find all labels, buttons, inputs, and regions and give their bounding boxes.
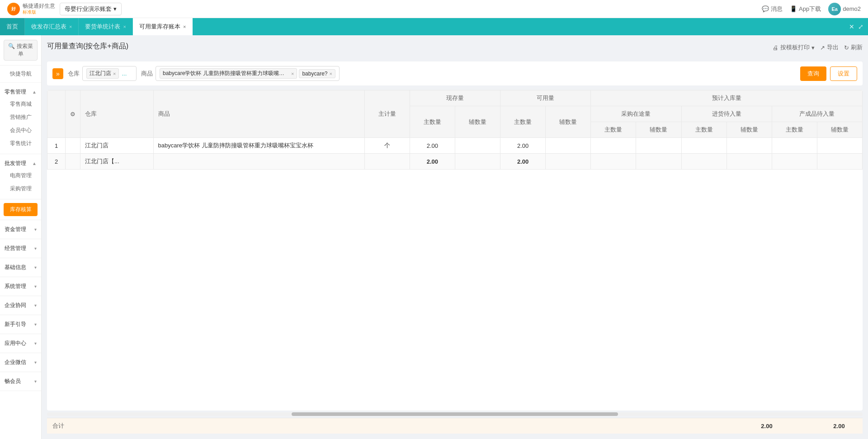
sidebar-section-basics-header[interactable]: 基础信息 ▾ <box>4 262 38 273</box>
filter-actions: 查询 设置 <box>800 66 857 81</box>
query-button[interactable]: 查询 <box>800 66 826 81</box>
close-tab-order-stats[interactable]: × <box>123 24 126 29</box>
row2-num: 2 <box>47 154 66 170</box>
sidebar-section-member: 畅会员 ▾ <box>0 372 41 391</box>
search-menu-btn[interactable]: 🔍 搜索菜单 <box>4 40 38 61</box>
row2-settings <box>66 154 80 170</box>
remove-product-tag1[interactable]: × <box>291 71 294 76</box>
header-right: 💬 消息 📱 App下载 Ea demo2 <box>762 3 861 15</box>
data-table: ⚙ 仓库 商品 主计量 现存量 可用量 预计入库量 主数量 辅数量 主数量 <box>47 90 863 170</box>
sidebar-item-ecommerce[interactable]: 电商管理 <box>4 169 38 182</box>
row2-avail-main: 2.00 <box>500 154 546 170</box>
sidebar-item-marketing[interactable]: 营销推广 <box>4 111 38 124</box>
search-icon: 🔍 <box>8 43 15 49</box>
expand-tabs-btn[interactable]: ⤢ <box>858 23 863 30</box>
data-table-wrap: ⚙ 仓库 商品 主计量 现存量 可用量 预计入库量 主数量 辅数量 主数量 <box>47 90 863 411</box>
row2-inbound-aux <box>726 154 772 170</box>
row1-mfg-main <box>772 138 817 154</box>
filter-bar: » 仓库 江北门店 × ... 商品 <box>47 61 863 85</box>
close-all-tabs-btn[interactable]: ✕ <box>849 23 854 30</box>
export-btn[interactable]: ↗ 导出 <box>820 43 839 52</box>
scroll-thumb[interactable] <box>292 412 618 416</box>
double-arrow-icon: » <box>56 70 60 77</box>
row2-mfg-aux <box>817 154 862 170</box>
product-input[interactable]: babycare学饮杯 儿童防摔防撞吸管杯重力球吸嘴杯宝宝水杯 × babyca… <box>156 66 340 81</box>
chevron-down-icon-finance: ▾ <box>34 227 37 232</box>
row2-stock-aux <box>455 154 500 170</box>
table-row: 1 江北门店 babycare学饮杯 儿童防摔防撞吸管杯重力球吸嘴杯宝宝水杯 个… <box>47 138 863 154</box>
chevron-down-icon: ▾ <box>113 5 117 12</box>
tab-home[interactable]: 首页 <box>0 18 25 35</box>
col-header-mfg-pending: 产成品待入量 <box>772 106 862 122</box>
row2-avail-aux <box>546 154 591 170</box>
tab-order-stats[interactable]: 要货单统计表 × <box>79 18 132 35</box>
filter-toggle-btn[interactable]: » <box>52 68 63 79</box>
sidebar-section-system-header[interactable]: 系统管理 ▾ <box>4 281 38 292</box>
sidebar-section-finance: 资金管理 ▾ <box>0 220 41 239</box>
row1-mfg-aux <box>817 138 862 154</box>
sidebar-section-finance-header[interactable]: 资金管理 ▾ <box>4 224 38 235</box>
col-header-current-stock: 现存量 <box>410 90 500 106</box>
close-tab-summary[interactable]: × <box>69 24 72 29</box>
sidebar-item-procurement[interactable]: 采购管理 <box>4 182 38 195</box>
more-warehouse-btn[interactable]: ... <box>122 70 127 77</box>
row2-purchase-main <box>591 154 636 170</box>
tab-available-stock[interactable]: 可用量库存账本 × <box>133 18 193 35</box>
sidebar-section-apps-header[interactable]: 应用中心 ▾ <box>4 338 38 349</box>
sidebar-item-inventory-check[interactable]: 库存核算 <box>4 203 38 216</box>
chevron-down-icon-print: ▾ <box>811 44 815 51</box>
remove-product-tag2[interactable]: × <box>329 71 332 76</box>
summary-label: 合计 <box>52 422 64 430</box>
template-print-btn[interactable]: 🖨 按模板打印 ▾ <box>773 43 815 52</box>
sidebar-section-operations-header[interactable]: 经营管理 ▾ <box>4 243 38 254</box>
remove-warehouse-tag[interactable]: × <box>113 71 116 76</box>
message-action[interactable]: 💬 消息 <box>762 5 783 13</box>
col-header-inbound-main: 主数量 <box>681 122 726 138</box>
row2-product <box>153 154 364 170</box>
refresh-btn[interactable]: ↻ 刷新 <box>844 43 863 52</box>
row2-mfg-main <box>772 154 817 170</box>
col-header-stock-main: 主数量 <box>410 106 455 138</box>
col-header-avail-main: 主数量 <box>500 106 546 138</box>
user-area[interactable]: Ea demo2 <box>828 3 861 15</box>
sidebar-section-enterprise-header[interactable]: 企业协同 ▾ <box>4 300 38 311</box>
setting-button[interactable]: 设置 <box>830 66 857 81</box>
page-container: 可用量查询(按仓库+商品) 🖨 按模板打印 ▾ ↗ 导出 ↻ 刷新 <box>42 35 868 439</box>
sidebar-section-retail-header[interactable]: 零售管理 ▲ <box>4 86 38 98</box>
tab-controls: ✕ ⤢ <box>844 18 868 35</box>
sidebar-section-wholesale-header[interactable]: 批发管理 ▲ <box>4 158 38 169</box>
product-tag-2: babycare? × <box>299 69 335 78</box>
chevron-down-icon-wholesale: ▲ <box>32 161 37 166</box>
horizontal-scrollbar[interactable] <box>47 412 863 416</box>
sidebar-section-wechat-header[interactable]: 企业微信 ▾ <box>4 357 38 368</box>
header-left: 好 畅捷通好生意 标准版 母婴行业演示账套 ▾ <box>7 3 122 15</box>
product-filter: 商品 babycare学饮杯 儿童防摔防撞吸管杯重力球吸嘴杯宝宝水杯 × bab… <box>141 66 340 81</box>
refresh-icon: ↻ <box>844 44 849 51</box>
row1-purchase-main <box>591 138 636 154</box>
sidebar-section-newbie-header[interactable]: 新手引导 ▾ <box>4 319 38 330</box>
industry-selector[interactable]: 母婴行业演示账套 ▾ <box>60 3 122 15</box>
sidebar-section-inventory: 库存核算 <box>0 199 41 220</box>
row1-settings <box>66 138 80 154</box>
tab-summary[interactable]: 收发存汇总表 × <box>25 18 79 35</box>
row2-inbound-main <box>681 154 726 170</box>
row1-stock-main: 2.00 <box>410 138 455 154</box>
print-icon: 🖨 <box>773 44 778 51</box>
row2-purchase-aux <box>636 154 681 170</box>
sidebar-search-area: 🔍 搜索菜单 <box>0 35 41 66</box>
sidebar-item-quick-nav[interactable]: 快捷导航 <box>0 66 41 83</box>
sidebar-section-system: 系统管理 ▾ <box>0 277 41 296</box>
sidebar-item-retail-stats[interactable]: 零售统计 <box>4 137 38 150</box>
sidebar-section-member-header[interactable]: 畅会员 ▾ <box>4 376 38 387</box>
sidebar-section-newbie: 新手引导 ▾ <box>0 315 41 334</box>
app-download-action[interactable]: 📱 App下载 <box>790 5 821 13</box>
close-tab-available-stock[interactable]: × <box>183 24 186 29</box>
row1-unit: 个 <box>364 138 410 154</box>
sidebar-section-enterprise: 企业协同 ▾ <box>0 296 41 315</box>
summary-stock: 2.00 <box>749 423 785 430</box>
row1-avail-main: 2.00 <box>500 138 546 154</box>
sidebar-item-members[interactable]: 会员中心 <box>4 124 38 137</box>
warehouse-input[interactable]: 江北门店 × ... <box>82 66 137 81</box>
sidebar-item-retail-mall[interactable]: 零售商城 <box>4 98 38 111</box>
logo-icon: 好 <box>7 3 20 15</box>
